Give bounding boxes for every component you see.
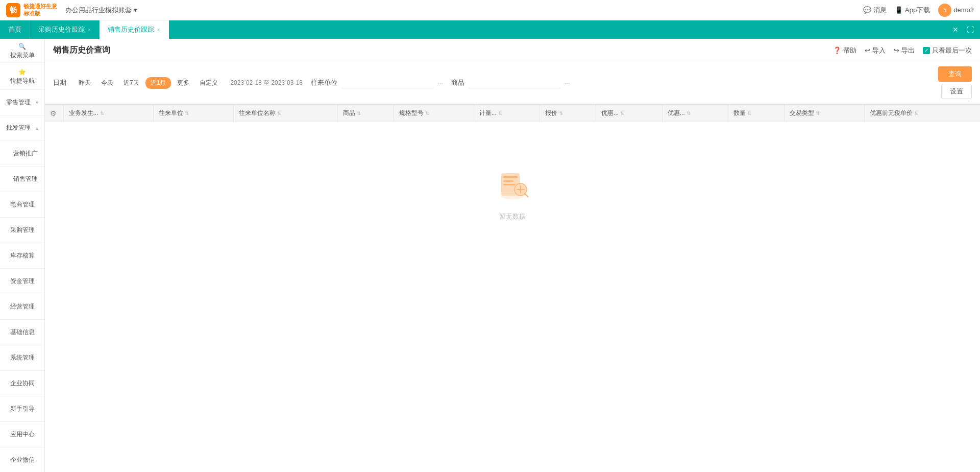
th-pre-tax-price[interactable]: 优惠前无税单价⇅ xyxy=(864,105,980,122)
topbar-left: 畅 畅捷通好生意 标准版 办公用品行业模拟账套 ▾ xyxy=(6,3,141,17)
sort-icon: ⇅ xyxy=(816,110,820,116)
page-title: 销售历史价查询 xyxy=(53,45,110,56)
svg-rect-2 xyxy=(503,176,518,178)
date-btn-7days[interactable]: 近7天 xyxy=(119,77,143,89)
goods-filter-dots[interactable]: ··· xyxy=(565,79,570,87)
help-icon: ❓ xyxy=(833,46,841,54)
sidebar-item-wechat[interactable]: 企业微信 xyxy=(0,447,44,472)
sort-icon: ⇅ xyxy=(620,110,624,116)
sidebar-item-newbie[interactable]: 新手引导 xyxy=(0,396,44,422)
app-selector[interactable]: 办公用品行业模拟账套 ▾ xyxy=(61,4,141,17)
sidebar-item-inventory[interactable]: 库存核算 xyxy=(0,243,44,269)
filter-right: 查询 设置 xyxy=(938,66,972,99)
th-discount1[interactable]: 优惠...⇅ xyxy=(596,105,662,122)
sidebar-item-wholesale[interactable]: 批发管理 ▴ xyxy=(0,115,44,141)
svg-rect-3 xyxy=(503,180,513,182)
empty-state: 暂无数据 xyxy=(45,122,980,262)
logo-icon: 畅 xyxy=(6,3,20,17)
tab-sales-history-close[interactable]: × xyxy=(157,27,160,33)
partner-filter-dots[interactable]: ··· xyxy=(437,79,443,87)
sort-icon: ⇅ xyxy=(277,110,281,116)
sidebar-item-search[interactable]: 🔍 搜索菜单 xyxy=(0,39,44,64)
goods-filter-label: 商品 xyxy=(451,78,464,87)
sort-icon: ⇅ xyxy=(498,110,502,116)
tab-sales-history[interactable]: 销售历史价跟踪 × xyxy=(100,20,169,39)
date-range-display: 2023-02-18 至 2023-03-18 xyxy=(230,79,302,87)
sidebar-item-system[interactable]: 系统管理 xyxy=(0,345,44,371)
user-menu[interactable]: d demo2 xyxy=(938,4,974,17)
gear-icon[interactable]: ⚙ xyxy=(50,109,57,117)
date-buttons: 昨天 今天 近7天 近1月 更多 自定义 xyxy=(75,77,222,89)
topbar: 畅 畅捷通好生意 标准版 办公用品行业模拟账套 ▾ 💬 消息 📱 App下载 d… xyxy=(0,0,980,20)
empty-text: 暂无数据 xyxy=(499,212,526,221)
tab-purchase-history-close[interactable]: × xyxy=(88,27,91,33)
chevron-down-icon: ▾ xyxy=(36,100,38,105)
last-only-checkbox[interactable]: ✓ xyxy=(923,47,930,54)
sort-icon: ⇅ xyxy=(185,110,189,116)
partner-filter-label: 往来单位 xyxy=(311,78,337,87)
date-btn-today[interactable]: 今天 xyxy=(97,77,117,89)
avatar: d xyxy=(938,4,951,17)
tab-home[interactable]: 首页 xyxy=(0,20,30,39)
sort-icon: ⇅ xyxy=(559,110,563,116)
svg-line-8 xyxy=(525,194,528,197)
main-layout: 🔍 搜索菜单 ⭐ 快捷导航 零售管理 ▾ 批发管理 ▴ 营销推广 销售管理 电商… xyxy=(0,39,980,472)
sidebar-item-ecommerce[interactable]: 电商管理 xyxy=(0,192,44,218)
sidebar-item-quick-nav[interactable]: ⭐ 快捷导航 xyxy=(0,64,44,90)
last-only-checkbox-label[interactable]: ✓ 只看最后一次 xyxy=(923,46,972,55)
app-download-button[interactable]: 📱 App下载 xyxy=(895,6,930,15)
th-trade-type[interactable]: 交易类型⇅ xyxy=(784,105,864,122)
th-goods[interactable]: 商品⇅ xyxy=(337,105,394,122)
sidebar-item-sales-mgmt[interactable]: 销售管理 xyxy=(0,167,44,192)
th-partner-name[interactable]: 往来单位名称⇅ xyxy=(233,105,337,122)
sidebar-item-marketing[interactable]: 营销推广 xyxy=(0,141,44,167)
th-spec[interactable]: 规格型号⇅ xyxy=(394,105,474,122)
partner-filter-input[interactable] xyxy=(341,77,433,88)
topbar-right: 💬 消息 📱 App下载 d demo2 xyxy=(863,4,974,17)
th-settings: ⚙ xyxy=(45,105,63,122)
query-button[interactable]: 查询 xyxy=(938,66,972,82)
logo-area: 畅 畅捷通好生意 标准版 xyxy=(6,3,57,17)
sidebar-item-finance[interactable]: 资金管理 xyxy=(0,269,44,294)
data-table: ⚙ 业务发生...⇅ 往来单位⇅ 往来单位名称⇅ 商品⇅ xyxy=(45,105,980,122)
help-button[interactable]: ❓ 帮助 xyxy=(833,46,856,55)
export-button[interactable]: ↪ 导出 xyxy=(894,46,915,55)
sidebar-item-app-center[interactable]: 应用中心 xyxy=(0,422,44,447)
th-discount2[interactable]: 优惠...⇅ xyxy=(662,105,728,122)
fullscreen-button[interactable]: ⛶ xyxy=(965,23,976,36)
sidebar-item-enterprise[interactable]: 企业协同 xyxy=(0,371,44,396)
sort-icon: ⇅ xyxy=(425,110,429,116)
message-button[interactable]: 💬 消息 xyxy=(863,6,887,15)
date-btn-custom[interactable]: 自定义 xyxy=(195,77,222,89)
tab-purchase-history[interactable]: 采购历史价跟踪 × xyxy=(30,20,100,39)
import-button[interactable]: ↩ 导入 xyxy=(865,46,886,55)
sort-icon: ⇅ xyxy=(357,110,361,116)
date-btn-more[interactable]: 更多 xyxy=(173,77,193,89)
settings-button[interactable]: 设置 xyxy=(941,84,972,99)
search-icon: 🔍 xyxy=(18,43,26,50)
filter-row: 日期 昨天 今天 近7天 近1月 更多 自定义 2023-02-18 至 202… xyxy=(45,61,980,105)
th-partner-code[interactable]: 往来单位⇅ xyxy=(154,105,234,122)
th-biz-date[interactable]: 业务发生...⇅ xyxy=(63,105,154,122)
sidebar-item-base-info[interactable]: 基础信息 xyxy=(0,320,44,345)
import-icon: ↩ xyxy=(865,46,870,54)
sidebar: 🔍 搜索菜单 ⭐ 快捷导航 零售管理 ▾ 批发管理 ▴ 营销推广 销售管理 电商… xyxy=(0,39,45,472)
th-qty[interactable]: 数量⇅ xyxy=(728,105,785,122)
empty-icon xyxy=(492,163,533,204)
date-btn-yesterday[interactable]: 昨天 xyxy=(75,77,95,89)
sidebar-item-purchase[interactable]: 采购管理 xyxy=(0,218,44,243)
tabbar-actions: ✕ ⛶ xyxy=(950,23,980,36)
sort-icon: ⇅ xyxy=(687,110,691,116)
sidebar-item-retail[interactable]: 零售管理 ▾ xyxy=(0,90,44,115)
partner-filter-group: 往来单位 ··· xyxy=(311,77,443,88)
sidebar-item-operations[interactable]: 经营管理 xyxy=(0,294,44,320)
sort-icon: ⇅ xyxy=(914,110,918,116)
th-unit[interactable]: 计量...⇅ xyxy=(474,105,540,122)
svg-rect-4 xyxy=(503,184,516,185)
logo-text: 畅捷通好生意 标准版 xyxy=(23,3,57,16)
th-quote[interactable]: 报价⇅ xyxy=(540,105,596,122)
page-header: 销售历史价查询 ❓ 帮助 ↩ 导入 ↪ 导出 ✓ xyxy=(45,39,980,61)
date-btn-1month[interactable]: 近1月 xyxy=(145,77,172,89)
close-all-tabs-button[interactable]: ✕ xyxy=(950,23,961,36)
goods-filter-input[interactable] xyxy=(469,77,560,88)
